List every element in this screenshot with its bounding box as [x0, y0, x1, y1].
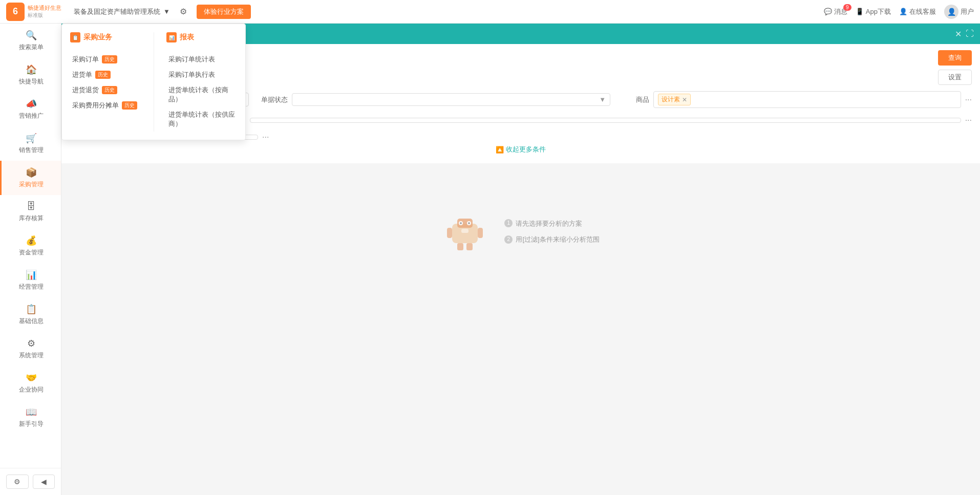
filter-salesperson-item: 业务员 ···: [215, 116, 972, 125]
sidebar-bottom: ⚙ ◀: [0, 468, 61, 495]
collapse-row[interactable]: 🔼 收起更多条件: [70, 142, 972, 157]
tab-expand-button[interactable]: ⛶: [966, 29, 974, 38]
menu-item-purchase-order[interactable]: 采购订单 历史: [70, 52, 141, 67]
sidebar-item-marketing[interactable]: 📣 营销推广: [0, 92, 61, 126]
home-icon: 🏠: [26, 64, 37, 75]
customer-dots[interactable]: ···: [262, 133, 269, 142]
main-layout: 🔍 搜索菜单 🏠 快捷导航 📣 营销推广 🛒 销售管理 📦 采购管理 🗄 库存核…: [0, 24, 980, 495]
goods-tag-design: 设计素 ✕: [658, 94, 691, 105]
online-service-button[interactable]: 👤 在线客服: [899, 7, 936, 16]
svg-point-4: [460, 222, 462, 224]
operations-icon: 📊: [26, 269, 37, 281]
avatar-icon: 👤: [947, 8, 956, 16]
dropdown-menu: 📋 采购业务 采购订单 历史 进货单 历史 进货退货 历史 采购费用分摊单 历史: [61, 24, 246, 140]
sidebar-item-marketing-label: 营销推广: [19, 112, 44, 120]
tab-bar-right: ✕ ⛶: [949, 24, 980, 44]
set-button[interactable]: 设置: [938, 70, 972, 85]
settings-button[interactable]: ⚙: [176, 5, 190, 19]
menu-item-incoming-stats-supplier[interactable]: 进货单统计表（按供应商）: [166, 107, 238, 132]
topbar: 6 畅捷通好生意 标准版 装备及固定资产辅助管理系统 ▼ ⚙ 体验行业方案 💬 …: [0, 0, 980, 24]
purchase-section-icon: 📋: [70, 32, 80, 42]
goods-tag-close-icon[interactable]: ✕: [682, 96, 687, 103]
sidebar-item-guide[interactable]: 📖 新手引导: [0, 400, 61, 435]
purchase-icon: 📦: [26, 167, 37, 178]
purchase-order-stats-label: 采购订单统计表: [168, 55, 215, 64]
empty-tip-2: 2 用[过滤]条件来缩小分析范围: [504, 233, 599, 245]
online-service-label: 在线客服: [909, 7, 936, 16]
menu-item-purchase-order-stats[interactable]: 采购订单统计表: [166, 52, 238, 67]
salesperson-input[interactable]: [250, 118, 961, 123]
tab-close-all-button[interactable]: ✕: [955, 29, 962, 39]
status-select[interactable]: ▼: [292, 93, 610, 106]
sidebar-item-operations-label: 经营管理: [19, 283, 44, 291]
message-button[interactable]: 💬 消息 9: [824, 7, 847, 16]
svg-rect-6: [461, 229, 468, 233]
status-dropdown-icon: ▼: [599, 96, 606, 103]
system-title: 装备及固定资产辅助管理系统 ▼: [74, 7, 170, 16]
sidebar-item-system[interactable]: ⚙ 系统管理: [0, 332, 61, 366]
sidebar-item-finance[interactable]: 💰 资金管理: [0, 229, 61, 263]
sidebar-item-inventory[interactable]: 🗄 库存核算: [0, 195, 61, 229]
sidebar-item-sales[interactable]: 🛒 销售管理: [0, 126, 61, 161]
sidebar-item-quick-nav-label: 快捷导航: [19, 77, 44, 86]
reports-title-text: 报表: [180, 33, 194, 42]
app-download-label: App下载: [866, 7, 891, 16]
empty-num-1: 1: [504, 219, 513, 227]
sidebar-collapse-button[interactable]: ◀: [33, 475, 55, 489]
sidebar-item-purchase-label: 采购管理: [19, 180, 44, 189]
sidebar-item-basic-info[interactable]: 📋 基础信息: [0, 297, 61, 332]
sidebar-item-cooperation[interactable]: 🤝 企业协同: [0, 366, 61, 400]
user-button[interactable]: 👤 用户: [944, 5, 974, 19]
incoming-stats-supplier-label: 进货单统计表（按供应商）: [168, 110, 236, 128]
menu-item-incoming[interactable]: 进货单 历史: [70, 67, 141, 82]
user-label: 用户: [961, 7, 974, 16]
collapse-label: 收起更多条件: [506, 145, 546, 154]
logo-area: 6 畅捷通好生意 标准版: [6, 3, 68, 21]
menu-section-purchase-ops: 📋 采购业务 采购订单 历史 进货单 历史 进货退货 历史 采购费用分摊单 历史: [70, 32, 141, 132]
logo-sub: 标准版: [28, 12, 61, 19]
sidebar-settings-button[interactable]: ⚙: [6, 475, 29, 489]
svg-rect-8: [478, 228, 483, 238]
salesperson-dots[interactable]: ···: [965, 116, 972, 125]
dropdown-arrow-icon[interactable]: ▼: [163, 8, 170, 15]
topbar-right: 💬 消息 9 📱 App下载 👤 在线客服 👤 用户: [824, 5, 974, 19]
sidebar-item-purchase[interactable]: 📦 采购管理: [0, 161, 61, 195]
svg-text:📊: 📊: [168, 35, 175, 41]
sidebar: 🔍 搜索菜单 🏠 快捷导航 📣 营销推广 🛒 销售管理 📦 采购管理 🗄 库存核…: [0, 24, 61, 495]
sidebar-item-search-label: 搜索菜单: [19, 43, 44, 52]
goods-tag-design-text: 设计素: [662, 95, 680, 104]
purchase-order-label: 采购订单: [72, 55, 99, 64]
empty-text: 1 请先选择要分析的方案 2 用[过滤]条件来缩小分析范围: [504, 218, 599, 246]
incoming-return-history-badge: 历史: [102, 86, 117, 94]
logo-text-group: 畅捷通好生意 标准版: [28, 4, 61, 18]
empty-illustration: [442, 208, 488, 254]
service-icon: 👤: [899, 8, 907, 15]
inventory-icon: 🗄: [27, 201, 36, 212]
menu-section-purchase-ops-title: 📋 采购业务: [70, 32, 141, 46]
svg-rect-10: [466, 243, 473, 250]
goods-dots[interactable]: ···: [965, 95, 972, 104]
industry-button[interactable]: 体验行业方案: [197, 5, 251, 19]
menu-item-incoming-stats-goods[interactable]: 进货单统计表（按商品）: [166, 82, 238, 107]
purchase-order-history-badge: 历史: [102, 55, 117, 63]
sidebar-item-search[interactable]: 🔍 搜索菜单: [0, 24, 61, 58]
goods-tags: 设计素 ✕: [658, 94, 691, 105]
phone-icon: 📱: [856, 8, 864, 15]
goods-label: 商品: [619, 95, 649, 104]
sidebar-item-quick-nav[interactable]: 🏠 快捷导航: [0, 58, 61, 92]
message-icon: 💬: [824, 8, 832, 15]
sidebar-item-basic-info-label: 基础信息: [19, 317, 44, 326]
query-button[interactable]: 查询: [938, 50, 972, 66]
goods-input[interactable]: 设计素 ✕: [653, 91, 961, 108]
svg-rect-9: [457, 243, 463, 250]
sidebar-item-operations[interactable]: 📊 经营管理: [0, 263, 61, 297]
finance-icon: 💰: [26, 235, 37, 246]
menu-item-purchase-cost[interactable]: 采购费用分摊单 历史: [70, 98, 141, 113]
menu-item-incoming-return[interactable]: 进货退货 历史: [70, 82, 141, 98]
cooperation-icon: 🤝: [26, 372, 37, 383]
menu-item-purchase-order-exec[interactable]: 采购订单执行表: [166, 67, 238, 82]
sales-icon: 🛒: [26, 133, 37, 144]
svg-text:📋: 📋: [72, 34, 79, 41]
sidebar-item-sales-label: 销售管理: [19, 146, 44, 155]
app-download-button[interactable]: 📱 App下载: [856, 7, 891, 16]
